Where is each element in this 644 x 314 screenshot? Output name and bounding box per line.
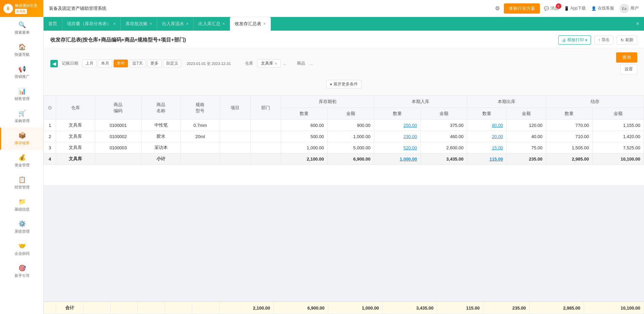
content-area: 收发存汇总表(按仓库+商品编码+商品+规格型号+项目+部门) 🖨 模板打印 ▾ … xyxy=(44,31,644,314)
row-out-amt: 75.00 xyxy=(507,142,546,153)
sidebar-item-label: 快捷导航 xyxy=(15,52,30,57)
row-goods-spec: 20ml xyxy=(180,131,220,142)
sidebar-item-enterprise[interactable]: 🤝 企业协同 xyxy=(0,238,43,260)
sidebar-item-finance[interactable]: 💰 资金管理 xyxy=(0,150,43,172)
goods-more-button[interactable]: ... xyxy=(309,61,313,66)
app-download-label: App下载 xyxy=(571,5,586,11)
filter-row-1: ◀ 记账日期 上月 本月 本年 近7天 更多 自定义 2023-01-01 至 … xyxy=(50,52,637,75)
settings-icon[interactable]: ⚙ xyxy=(495,5,500,12)
col-in-amt-header: 金额 xyxy=(420,108,467,120)
sidebar-item-inventory[interactable]: 📦 库存核算 xyxy=(0,128,43,150)
sidebar: 6 畅捷通好生意 标准版 🔍 搜索菜单 🏠 快捷导航 📢 营销推广 📊 销售管理… xyxy=(0,0,44,314)
tab-home-label: 首页 xyxy=(48,21,57,27)
row-out-qty[interactable]: 80.00 xyxy=(467,120,507,131)
close-all-tabs-button[interactable]: × xyxy=(631,21,644,27)
guide-icon: 🎯 xyxy=(18,264,26,272)
tab-close-icon[interactable]: × xyxy=(263,21,266,26)
search-icon: 🔍 xyxy=(18,21,26,29)
sidebar-item-system[interactable]: ⚙️ 系统管理 xyxy=(0,216,43,238)
row-in-qty[interactable]: 1,000.00 xyxy=(374,153,420,165)
tabbar: 首页 现存量（库存分布表） × 库存批次账 × 出入库流水 × 出入库汇总 × … xyxy=(44,17,644,31)
date-btn-more[interactable]: 更多 xyxy=(147,60,162,67)
tab-close-icon[interactable]: × xyxy=(113,21,116,26)
inventory-icon: 📦 xyxy=(18,132,26,139)
tab-close-icon[interactable]: × xyxy=(186,21,188,26)
export-button[interactable]: ↑ 导出 xyxy=(594,35,613,45)
date-btn-this-year[interactable]: 本年 xyxy=(114,60,128,67)
sidebar-item-guide[interactable]: 🎯 新手引导 xyxy=(0,260,43,282)
row-opening-amt: 1,000.00 xyxy=(328,131,374,142)
row-opening-qty: 600.00 xyxy=(281,120,328,131)
table-container: ⚙ 仓库 商品编码 商品名称 规格型号 项目 部门 库存期初 本期入库 本期出库… xyxy=(44,96,644,185)
tab-close-icon[interactable]: × xyxy=(222,21,225,26)
row-in-qty[interactable]: 520.00 xyxy=(374,142,420,153)
tab-recv-send-summary[interactable]: 收发存汇总表 × xyxy=(230,17,271,31)
date-btn-this-month[interactable]: 本月 xyxy=(98,60,112,67)
main-area: 装备及固定资产辅助管理系统 ⚙ 体验行业方案 💬 消息 6 📱 App下载 👤 … xyxy=(44,0,644,314)
refresh-button[interactable]: ↻ 刷新 xyxy=(617,35,637,45)
sidebar-item-marketing[interactable]: 📢 营销推广 xyxy=(0,61,43,83)
sidebar-item-basic-info[interactable]: 📁 基础信息 xyxy=(0,194,43,216)
brand-name: 畅捷通好生意 xyxy=(15,3,37,8)
try-industry-button[interactable]: 体验行业方案 xyxy=(504,3,540,14)
filter-toggle-button[interactable]: ◀ xyxy=(50,60,58,67)
topbar: 装备及固定资产辅助管理系统 ⚙ 体验行业方案 💬 消息 6 📱 App下载 👤 … xyxy=(44,0,644,17)
table-row: 1文具库0100001中性笔0.7mm600.00900.00250.00375… xyxy=(44,120,644,131)
col-warehouse-header: 仓库 xyxy=(56,96,95,120)
row-dept xyxy=(250,153,281,165)
total-in-amt: 3,435.00 xyxy=(383,302,437,314)
row-dept xyxy=(250,120,281,131)
search-button[interactable]: 查询 xyxy=(616,52,637,63)
tab-batch[interactable]: 库存批次账 × xyxy=(121,17,157,31)
row-out-qty[interactable]: 15.00 xyxy=(467,142,507,153)
col-in-qty-header: 数量 xyxy=(374,108,420,120)
col-out-amt-header: 金额 xyxy=(507,108,546,120)
date-btn-last-7[interactable]: 近7天 xyxy=(129,60,146,67)
row-in-qty[interactable]: 230.00 xyxy=(374,131,420,142)
messages-badge: 6 xyxy=(556,3,561,9)
row-goods-spec: 0.7mm xyxy=(180,120,220,131)
row-warehouse: 文具库 xyxy=(56,120,95,131)
phone-icon: 📱 xyxy=(564,6,569,11)
basic-info-icon: 📁 xyxy=(18,198,26,205)
messages-action[interactable]: 💬 消息 6 xyxy=(544,5,559,11)
settings-button[interactable]: 设置 xyxy=(620,64,637,75)
date-buttons: 上月 本月 本年 近7天 更多 自定义 xyxy=(82,60,181,67)
row-in-amt: 460.00 xyxy=(420,131,467,142)
row-dept xyxy=(250,131,281,142)
row-out-qty[interactable]: 20.00 xyxy=(467,131,507,142)
print-icon: 🖨 xyxy=(562,38,566,43)
warehouse-label: 仓库 xyxy=(245,61,253,66)
sidebar-item-quick-nav[interactable]: 🏠 快捷导航 xyxy=(0,39,43,61)
date-btn-last-month[interactable]: 上月 xyxy=(82,60,97,67)
date-btn-custom[interactable]: 自定义 xyxy=(163,60,181,67)
warehouse-tag-close[interactable]: × xyxy=(275,61,277,66)
app-download-action[interactable]: 📱 App下载 xyxy=(564,5,586,11)
service-icon: 👤 xyxy=(591,6,596,11)
col-out-header: 本期出库 xyxy=(467,96,546,108)
tab-close-icon[interactable]: × xyxy=(150,21,152,26)
tab-summary-in-out[interactable]: 出入库汇总 × xyxy=(194,17,230,31)
print-button[interactable]: 🖨 模板打印 ▾ xyxy=(558,35,591,45)
sidebar-item-sales[interactable]: 📊 销售管理 xyxy=(0,83,43,105)
warehouse-more-button[interactable]: ... xyxy=(283,61,286,66)
user-info[interactable]: Ea 用户 xyxy=(620,4,639,13)
online-service-action[interactable]: 👤 在线客服 xyxy=(591,5,614,11)
tab-flow[interactable]: 出入库流水 × xyxy=(157,17,194,31)
tab-inventory-dist[interactable]: 现存量（库存分布表） × xyxy=(62,17,121,31)
row-in-qty[interactable]: 250.00 xyxy=(374,120,420,131)
table-settings-icon[interactable]: ⚙ xyxy=(48,105,52,111)
row-out-qty[interactable]: 115.00 xyxy=(467,153,507,165)
sidebar-item-purchase[interactable]: 🛒 采购管理 xyxy=(0,105,43,128)
sidebar-item-search[interactable]: 🔍 搜索菜单 xyxy=(0,17,43,39)
expand-more-conditions-button[interactable]: ▾ 展开更多条件 xyxy=(326,80,362,88)
tab-home[interactable]: 首页 xyxy=(44,17,62,31)
warehouse-tag[interactable]: 文具库 × xyxy=(257,59,281,68)
row-opening-qty: 1,000.00 xyxy=(281,142,328,153)
row-warehouse: 文具库 xyxy=(56,131,95,142)
sidebar-item-operations[interactable]: 📋 经营管理 xyxy=(0,172,43,194)
row-opening-qty: 500.00 xyxy=(281,131,328,142)
row-goods-name: 中性笔 xyxy=(142,120,181,131)
col-goods-code-header: 商品编码 xyxy=(95,96,142,120)
system-icon: ⚙️ xyxy=(18,220,26,228)
